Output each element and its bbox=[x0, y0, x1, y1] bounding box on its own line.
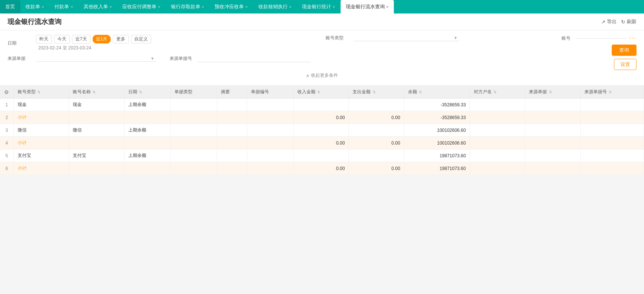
income-cell: 0.00 bbox=[293, 137, 349, 149]
doc-type-cell bbox=[171, 111, 217, 124]
account-name-cell: 微信 bbox=[69, 124, 125, 137]
collapse-button[interactable]: ∧ 收起更多条件 bbox=[306, 72, 338, 79]
source-doc-cell bbox=[525, 137, 581, 149]
row-number: 2 bbox=[0, 111, 14, 124]
source-doc-no-label: 来源单据号 bbox=[170, 55, 192, 62]
source-doc-no-cell bbox=[580, 124, 644, 137]
source-doc-cell bbox=[525, 149, 581, 162]
balance-cell: -3528659.33 bbox=[404, 98, 470, 111]
col-doc-no[interactable]: 单据编号 bbox=[247, 86, 294, 98]
income-cell bbox=[293, 124, 349, 137]
sort-icon: ⇅ bbox=[609, 90, 612, 94]
col-income[interactable]: 收入金额 ⇅ bbox=[293, 86, 349, 98]
doc-type-cell bbox=[171, 162, 217, 175]
account-type-label: 账号类型 bbox=[326, 35, 348, 41]
col-doc-type[interactable]: 单据类型 bbox=[171, 86, 217, 98]
close-icon[interactable]: × bbox=[333, 0, 335, 13]
nav-payment[interactable]: 付款单 × bbox=[49, 0, 78, 13]
col-settings[interactable]: ⚙ bbox=[0, 86, 14, 98]
nav-bank-stats[interactable]: 现金银行统计 × bbox=[297, 0, 340, 13]
balance-cell: 100102606.60 bbox=[404, 124, 470, 137]
close-icon[interactable]: × bbox=[245, 0, 248, 13]
counterpart-cell bbox=[470, 111, 525, 124]
date-custom[interactable]: 自定义 bbox=[131, 35, 151, 43]
source-doc-cell bbox=[525, 98, 581, 111]
col-counterpart[interactable]: 对方户名 ⇅ bbox=[470, 86, 525, 98]
sort-icon: ⇅ bbox=[549, 90, 552, 94]
balance-cell: 19871073.60 bbox=[404, 149, 470, 162]
col-balance[interactable]: 余额 ⇅ bbox=[404, 86, 470, 98]
date-range-display: 2023-02-24 至 2023-03-24 bbox=[38, 45, 151, 51]
nav-adjustment[interactable]: 应收应付调整单 × bbox=[117, 0, 165, 13]
refresh-icon: ↻ bbox=[621, 19, 625, 25]
nav-verification[interactable]: 收款核销执行 × bbox=[253, 0, 297, 13]
source-doc-no-input[interactable] bbox=[198, 55, 311, 62]
account-name-cell bbox=[69, 162, 125, 175]
more-options-button[interactable]: ··· bbox=[629, 35, 636, 42]
chevron-down-icon: ▼ bbox=[150, 56, 155, 61]
account-input-area bbox=[576, 38, 626, 39]
account-type-cell: 微信 bbox=[14, 124, 69, 137]
col-summary[interactable]: 摘要 bbox=[217, 86, 247, 98]
income-cell: 0.00 bbox=[293, 111, 349, 124]
col-expense[interactable]: 支出金额 ⇅ bbox=[349, 86, 404, 98]
query-button[interactable]: 查询 bbox=[612, 45, 636, 56]
nav-home[interactable]: 首页 bbox=[0, 0, 20, 13]
refresh-button[interactable]: ↻ 刷新 bbox=[621, 18, 636, 25]
gear-icon[interactable]: ⚙ bbox=[4, 89, 9, 95]
account-type-cell: 小计 bbox=[14, 111, 69, 124]
chevron-down-icon: ▼ bbox=[453, 36, 458, 40]
close-icon[interactable]: × bbox=[71, 0, 73, 13]
col-account-name[interactable]: 账号名称 ⇅ bbox=[69, 86, 125, 98]
close-icon[interactable]: × bbox=[42, 0, 44, 13]
date-7days[interactable]: 近7天 bbox=[72, 35, 90, 43]
date-yesterday[interactable]: 昨天 bbox=[36, 35, 52, 43]
export-button[interactable]: ↗ 导出 bbox=[601, 18, 617, 25]
nav-bank-withdraw[interactable]: 银行存取款单 × bbox=[166, 0, 209, 13]
date-cell: 上期余额 bbox=[124, 149, 171, 162]
row-number: 5 bbox=[0, 149, 14, 162]
col-account-type[interactable]: 账号类型 ⇅ bbox=[14, 86, 69, 98]
sort-icon: ⇅ bbox=[93, 90, 96, 94]
close-icon[interactable]: × bbox=[110, 0, 112, 13]
date-1month[interactable]: 近1月 bbox=[93, 35, 111, 43]
nav-other-income[interactable]: 其他收入单 × bbox=[78, 0, 117, 13]
summary-cell bbox=[217, 124, 247, 137]
data-table: ⚙ 账号类型 ⇅ 账号名称 ⇅ 日期 ⇅ 单据类型 摘要 bbox=[0, 86, 644, 175]
sort-icon: ⇅ bbox=[139, 90, 142, 94]
col-date[interactable]: 日期 ⇅ bbox=[124, 86, 171, 98]
col-source-doc[interactable]: 来源单据 ⇅ bbox=[525, 86, 581, 98]
col-source-doc-no[interactable]: 来源单据号 ⇅ bbox=[580, 86, 644, 98]
close-icon[interactable]: × bbox=[202, 0, 204, 13]
date-cell bbox=[124, 111, 171, 124]
doc-no-cell bbox=[247, 162, 294, 175]
table-row: 4小计0.000.00100102606.60 bbox=[0, 137, 644, 149]
date-filter-cell: 昨天 今天 近7天 近1月 更多 自定义 2023-02-24 至 2023-0… bbox=[36, 35, 151, 51]
nav-prepayment[interactable]: 预收冲应收单 × bbox=[209, 0, 253, 13]
header-actions: ↗ 导出 ↻ 刷新 bbox=[601, 18, 636, 25]
nav-receipt[interactable]: 收款单 × bbox=[20, 0, 49, 13]
date-today[interactable]: 今天 bbox=[54, 35, 70, 43]
account-name-cell bbox=[69, 111, 125, 124]
settings-button[interactable]: 设置 bbox=[614, 59, 636, 70]
close-icon[interactable]: × bbox=[289, 0, 291, 13]
balance-cell: 19871073.60 bbox=[404, 162, 470, 175]
date-more[interactable]: 更多 bbox=[113, 35, 129, 43]
table-body: 1现金现金上期余额-3528659.332小计0.000.00-3528659.… bbox=[0, 98, 644, 175]
doc-no-cell bbox=[247, 124, 294, 137]
counterpart-cell bbox=[470, 137, 525, 149]
source-doc-label: 来源单据 bbox=[8, 55, 30, 62]
source-doc-no-cell bbox=[580, 149, 644, 162]
close-icon[interactable]: × bbox=[386, 0, 389, 13]
account-type-select[interactable]: ▼ bbox=[354, 35, 459, 41]
source-doc-no-cell bbox=[580, 111, 644, 124]
row-number: 4 bbox=[0, 137, 14, 149]
sort-icon: ⇅ bbox=[373, 90, 376, 94]
top-navigation: 首页 收款单 × 付款单 × 其他收入单 × 应收应付调整单 × 银行存取款单 … bbox=[0, 0, 644, 13]
source-doc-select[interactable]: ▼ bbox=[36, 55, 156, 62]
sort-icon: ⇅ bbox=[419, 90, 422, 94]
nav-bank-flow[interactable]: 现金银行流水查询 × bbox=[341, 0, 394, 13]
date-filter-label: 日期 bbox=[8, 40, 30, 46]
counterpart-cell bbox=[470, 162, 525, 175]
close-icon[interactable]: × bbox=[158, 0, 160, 13]
